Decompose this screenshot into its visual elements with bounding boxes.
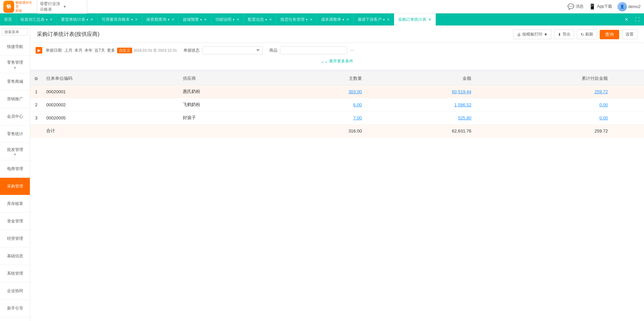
status-select[interactable] (202, 46, 263, 54)
sidebar-item-ecommerce-mgmt[interactable]: 电商管理 (0, 160, 30, 178)
col-quantity: 主数量 (280, 72, 366, 85)
supplier-cell: 飞鹤奶粉 (179, 98, 280, 111)
export-button[interactable]: ⬇ 导出 (554, 30, 574, 39)
nav-close-btn[interactable]: ✕ (623, 15, 631, 23)
tab-usable-stock[interactable]: 可用量库存账本 ▾ ✕ (98, 13, 142, 25)
tab-close-icon[interactable]: ✕ (346, 17, 349, 22)
tab-dropdown-arrow[interactable]: ▾ (131, 18, 133, 21)
table-row[interactable]: 1 00020001 惠氏奶粉 303.00 60,519.44 259.72 (30, 85, 644, 98)
sidebar-item-app-center[interactable]: 应用中心 (0, 317, 30, 321)
query-button[interactable]: 查询 (600, 30, 619, 39)
tab-dropdown-arrow[interactable]: ▾ (87, 18, 88, 21)
data-table: ⚙ 往来单位编码 供应商 主数量 金额 累计付款金额 1 00020001 (30, 72, 644, 138)
workspace-selector[interactable]: 母婴行业演示账表 ▼ (37, 0, 87, 14)
shortcut-more[interactable]: 更多 (107, 48, 115, 53)
sidebar-item-enterprise-coop[interactable]: 企业协同 (0, 282, 30, 300)
sidebar-item-retail-stats[interactable]: 零售统计 (0, 125, 30, 143)
settings-button[interactable]: 设置 (622, 30, 637, 39)
tab-close-icon[interactable]: ✕ (236, 17, 239, 22)
tab-receive-summary[interactable]: 收发存汇总表 ▾ ✕ (16, 13, 57, 25)
tab-close-icon[interactable]: ✕ (204, 17, 207, 22)
date-range-display: 2016-01-01 至 2023-12-31 (133, 48, 177, 53)
retail-mgmt-arrow: ▲ (13, 65, 17, 69)
expand-more-btn[interactable]: ⌄⌄ 展开更多条件 (319, 56, 355, 66)
goods-more-icon[interactable]: ··· (350, 47, 354, 53)
table-footer-row: 合计 316.00 62,631.76 259.72 (30, 124, 644, 138)
search-input[interactable] (2, 28, 28, 36)
expand-icon: ⌄⌄ (321, 59, 328, 64)
extra-cell (612, 111, 644, 124)
app-download-btn[interactable]: 📱 App下载 (589, 3, 612, 10)
nav-expand-btn[interactable]: ⛶ (633, 15, 641, 23)
footer-empty-num (30, 124, 42, 138)
filter-toggle-btn[interactable]: ▶ (36, 47, 42, 54)
sidebar-item-purchase-mgmt[interactable]: 采购管理 (0, 178, 30, 195)
tab-purchase-stats[interactable]: 采购订单统计表 ✕ (394, 13, 436, 25)
wholesale-mgmt-label: 批发管理 (7, 147, 23, 153)
tab-dropdown-arrow[interactable]: ▾ (265, 18, 267, 21)
extra-cell (612, 98, 644, 111)
sidebar-item-quick-nav[interactable]: 快捷导航 (0, 38, 30, 56)
tab-label: 功能说明 (215, 17, 231, 22)
table-row[interactable]: 3 00020005 好孩子 7.00 525.80 0.00 (30, 111, 644, 124)
row-num: 3 (30, 111, 42, 124)
tab-dropdown-arrow[interactable]: ▾ (200, 18, 202, 21)
shortcut-this-year[interactable]: 本年 (85, 48, 93, 53)
sidebar-item-operations-mgmt[interactable]: 经营管理 (0, 230, 30, 248)
tab-close-icon[interactable]: ✕ (90, 17, 93, 22)
tab-overstock-warning[interactable]: 超储预警 ▾ ✕ (179, 13, 211, 25)
phone-icon: 📱 (589, 3, 596, 10)
shortcut-custom[interactable]: 自定义 (117, 48, 132, 53)
tab-dropdown-arrow[interactable]: ▾ (168, 18, 169, 21)
sidebar-item-member-center[interactable]: 会员中心 (0, 108, 30, 125)
sidebar-item-finance-mgmt[interactable]: 资金管理 (0, 213, 30, 230)
shortcut-last-7-days[interactable]: 近7天 (95, 48, 105, 53)
tab-warranty-query[interactable]: 保质期查询 ▾ ✕ (142, 13, 179, 25)
sidebar-item-retail-mgmt[interactable]: 零售管理 ▲ (0, 56, 30, 73)
table-row[interactable]: 2 00020002 飞鹤奶粉 6.00 1,586.52 0.00 (30, 98, 644, 111)
sidebar-item-retail-mall[interactable]: 零售商城 (0, 73, 30, 91)
tab-close-icon[interactable]: ✕ (387, 17, 390, 22)
paid-amount-cell: 0.00 (475, 98, 612, 111)
sidebar-item-inventory-check[interactable]: 库存核算 (0, 195, 30, 213)
col-extra (612, 72, 644, 85)
tab-dropdown-arrow[interactable]: ▾ (383, 18, 385, 21)
footer-amount: 62,631.76 (366, 124, 476, 138)
tab-function-desc[interactable]: 功能说明 ▾ ✕ (211, 13, 244, 25)
tab-close-icon[interactable]: ✕ (50, 17, 53, 22)
shortcut-last-month[interactable]: 上月 (64, 48, 72, 53)
user-profile[interactable]: 👤 demo2 (618, 2, 641, 11)
tab-dropdown-arrow[interactable]: ▾ (306, 18, 308, 21)
tab-dropdown-arrow[interactable]: ▾ (342, 18, 344, 21)
tab-dropdown-arrow[interactable]: ▾ (46, 18, 48, 21)
tab-close-icon[interactable]: ✕ (135, 17, 138, 22)
col-settings[interactable]: ⚙ (30, 72, 42, 85)
goods-input[interactable] (280, 46, 347, 54)
tab-close-icon[interactable]: ✕ (171, 17, 174, 22)
sidebar-item-basic-info[interactable]: 基础信息 (0, 248, 30, 265)
sidebar-item-marketing[interactable]: 营销推广 (0, 91, 30, 108)
refresh-button[interactable]: ↻ 刷新 (577, 30, 597, 39)
filter-status: 单据状态 (183, 46, 263, 54)
tab-close-icon[interactable]: ✕ (269, 17, 272, 22)
tab-close-icon[interactable]: ✕ (428, 17, 431, 22)
content-area: 采购订单统计表(按供应商) 🖨 按模板打印 ▼ ⬇ 导出 ↻ 刷新 查询 设置 (30, 25, 644, 321)
tab-home[interactable]: 首页 (0, 13, 16, 25)
unit-code-cell: 00020002 (42, 98, 179, 111)
tab-picking-task[interactable]: 拣货任务管理 ▾ ✕ (276, 13, 317, 25)
tab-config-info[interactable]: 配置信息 ▾ ✕ (244, 13, 276, 25)
nav-tabs: 首页 收发存汇总表 ▾ ✕ 要货单统计表 ▾ ✕ 可用量库存账本 ▾ ✕ 保质期… (0, 13, 644, 25)
ecommerce-mgmt-label: 电商管理 (7, 166, 23, 172)
tab-cost-adjust[interactable]: 成本调整单 ▾ ✕ (317, 13, 354, 25)
sidebar-item-wholesale-mgmt[interactable]: 批发管理 ▼ (0, 143, 30, 160)
filter-area: ▶ 单据日期 上月 本月 本年 近7天 更多 自定义 2016-01-01 至 … (30, 43, 644, 69)
tab-close-icon[interactable]: ✕ (310, 17, 313, 22)
sidebar-item-system-mgmt[interactable]: 系统管理 (0, 265, 30, 282)
message-btn[interactable]: 💬 消息 (568, 3, 584, 10)
tab-dropdown-arrow[interactable]: ▾ (233, 18, 234, 21)
print-button[interactable]: 🖨 按模板打印 ▼ (513, 30, 551, 39)
tab-invite-customer[interactable]: 邀请下游客户 ▾ ✕ (354, 13, 394, 25)
tab-order-stats[interactable]: 要货单统计表 ▾ ✕ (57, 13, 98, 25)
sidebar-item-new-guide[interactable]: 新手引导 (0, 300, 30, 317)
shortcut-this-month[interactable]: 本月 (74, 48, 83, 53)
